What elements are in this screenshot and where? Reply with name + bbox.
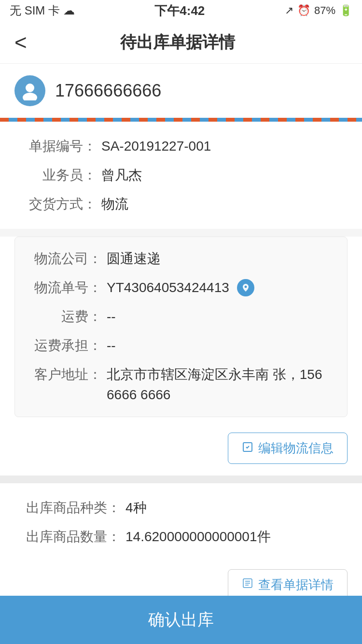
status-right: ↗ ⏰ 87% 🔋	[285, 4, 352, 17]
freight-row: 运费： --	[25, 307, 337, 327]
logistics-company-value: 圆通速递	[102, 249, 337, 269]
battery-text: 87%	[314, 4, 335, 17]
goods-quantity-label: 出库商品数量：	[19, 527, 121, 547]
freight-label: 运费：	[25, 307, 102, 327]
doc-number-row: 单据编号： SA-20191227-001	[19, 136, 343, 156]
alarm-icon: ⏰	[297, 4, 310, 17]
battery-icon: 🔋	[339, 4, 352, 17]
user-icon	[20, 81, 40, 100]
doc-number-value: SA-20191227-001	[97, 136, 343, 156]
salesperson-value: 曾凡杰	[97, 165, 343, 185]
edit-logistics-label: 编辑物流信息	[258, 440, 334, 457]
customer-header: 17666666666	[0, 64, 362, 118]
goods-type-row: 出库商品种类： 4种	[19, 498, 343, 518]
freight-bearer-label: 运费承担：	[25, 336, 102, 356]
tracking-value-container: YT43064053424413	[102, 278, 337, 298]
goods-quantity-value: 14.620000000000001件	[121, 527, 343, 547]
goods-quantity-row: 出库商品数量： 14.620000000000001件	[19, 527, 343, 547]
back-button[interactable]: <	[14, 30, 27, 55]
logistics-company-row: 物流公司： 圆通速递	[25, 249, 337, 269]
order-info-section: 单据编号： SA-20191227-001 业务员： 曾凡杰 交货方式： 物流	[0, 122, 362, 229]
section-separator	[0, 476, 362, 483]
sim-wifi-text: 无 SIM 卡 ☁	[10, 3, 75, 18]
view-detail-label: 查看单据详情	[258, 576, 334, 593]
status-time: 下午4:42	[154, 2, 205, 19]
svg-point-0	[26, 84, 34, 92]
goods-type-value: 4种	[121, 498, 343, 518]
delivery-value: 物流	[97, 194, 343, 214]
freight-value: --	[102, 307, 337, 327]
edit-logistics-container: 编辑物流信息	[0, 425, 362, 476]
salesperson-label: 业务员：	[19, 165, 97, 185]
logistics-company-label: 物流公司：	[25, 249, 102, 269]
logistics-card: 物流公司： 圆通速递 物流单号： YT43064053424413	[14, 237, 348, 417]
confirm-bar[interactable]: 确认出库	[0, 596, 362, 644]
avatar	[14, 75, 45, 106]
status-bar: 无 SIM 卡 ☁ 下午4:42 ↗ ⏰ 87% 🔋	[0, 0, 362, 21]
delivery-label: 交货方式：	[19, 194, 97, 214]
list-icon	[242, 577, 253, 592]
address-value: 北京市市辖区海淀区永丰南 张，156 6666 6666	[102, 364, 337, 405]
tracking-row: 物流单号： YT43064053424413	[25, 278, 337, 298]
freight-bearer-row: 运费承担： --	[25, 336, 337, 356]
status-left: 无 SIM 卡 ☁	[10, 3, 75, 18]
customer-phone: 17666666666	[55, 81, 161, 101]
svg-point-1	[23, 93, 37, 100]
freight-bearer-value: --	[102, 336, 337, 356]
goods-section: 出库商品种类： 4种 出库商品数量： 14.620000000000001件	[0, 483, 362, 561]
delivery-row: 交货方式： 物流	[19, 194, 343, 214]
address-label: 客户地址：	[25, 364, 102, 385]
location-pin-icon[interactable]	[237, 279, 254, 296]
goods-type-label: 出库商品种类：	[19, 498, 121, 518]
page-title: 待出库单据详情	[37, 31, 319, 54]
location-icon: ↗	[285, 4, 293, 17]
address-row: 客户地址： 北京市市辖区海淀区永丰南 张，156 6666 6666	[25, 364, 337, 405]
tracking-label: 物流单号：	[25, 278, 102, 298]
nav-bar: < 待出库单据详情	[0, 21, 362, 64]
doc-number-label: 单据编号：	[19, 136, 97, 156]
edit-icon	[242, 441, 253, 456]
edit-logistics-button[interactable]: 编辑物流信息	[228, 433, 348, 464]
salesperson-row: 业务员： 曾凡杰	[19, 165, 343, 185]
dashed-separator	[0, 118, 362, 122]
svg-point-3	[244, 286, 247, 288]
tracking-number-text: YT43064053424413	[107, 278, 229, 298]
confirm-button-label: 确认出库	[148, 609, 214, 631]
